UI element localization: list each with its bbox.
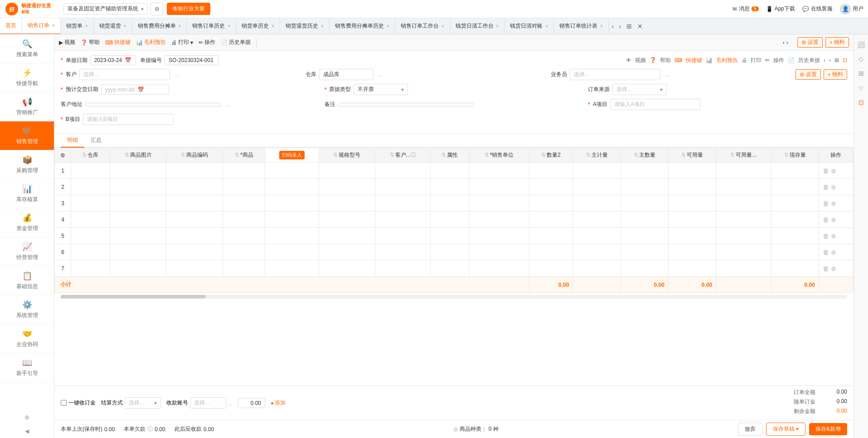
discard-button[interactable]: 放弃 — [738, 423, 762, 436]
row-3-delete-icon[interactable]: 🗑 — [823, 200, 829, 207]
row-4-unit[interactable] — [469, 212, 529, 228]
row-3-main-qty[interactable] — [621, 195, 668, 212]
horizontal-scrollbar[interactable] — [61, 295, 847, 298]
row-5-attribute[interactable] — [430, 228, 469, 244]
row-4-spec[interactable] — [319, 212, 375, 228]
right-icon-1[interactable]: ⬜ — [855, 38, 868, 51]
th-scan[interactable]: 扫码录入 — [265, 148, 319, 163]
row-2-main-qty[interactable] — [621, 179, 668, 195]
row-5-code[interactable] — [166, 228, 223, 244]
tab-order-history[interactable]: 销售订单历史 × — [187, 18, 236, 34]
row-7-spec[interactable] — [319, 260, 375, 277]
row-1-current[interactable] — [771, 163, 819, 179]
row-4-warehouse[interactable] — [71, 212, 110, 228]
sidebar-item-guide[interactable]: 📖 新手引导 — [0, 353, 54, 382]
receipt-no-select[interactable]: 选择... — [190, 397, 226, 409]
th-available[interactable]: ⇅可用量 — [668, 148, 716, 163]
row-2-spec[interactable] — [319, 179, 375, 195]
delivery-date-input[interactable]: yyyy-mm-dd 📅 — [101, 85, 169, 95]
tab-order-history-close[interactable]: × — [228, 24, 230, 29]
row-7-available[interactable] — [668, 260, 716, 277]
right-icon-5[interactable]: ⊡ — [855, 96, 868, 109]
tab-fee-history[interactable]: 销售费用分摊单历史 × — [330, 18, 395, 34]
history-button[interactable]: 📄 历史单据 — [221, 39, 251, 46]
th-warehouse[interactable]: ⇅仓库 — [71, 148, 110, 163]
th-current[interactable]: ⇅现存量 — [771, 148, 819, 163]
fullscreen-icon[interactable]: ⊡ — [843, 57, 847, 63]
row-1-unit[interactable] — [469, 163, 529, 179]
right-icon-3[interactable]: ⊞ — [855, 67, 868, 80]
tab-prev-button[interactable]: ‹ — [609, 18, 616, 34]
row-2-product[interactable] — [223, 179, 265, 195]
row-1-available2[interactable] — [716, 163, 771, 179]
row-7-attribute[interactable] — [430, 260, 469, 277]
row-6-unit[interactable] — [469, 244, 529, 260]
row-3-copy-icon[interactable]: ⊕ — [831, 200, 836, 207]
tab-goods-history[interactable]: 销货单历史 × — [236, 18, 280, 34]
row-7-warehouse[interactable] — [71, 260, 110, 277]
nav-next-button[interactable]: › — [786, 39, 788, 46]
row-6-attribute[interactable] — [430, 244, 469, 260]
row-6-delete-icon[interactable]: 🗑 — [823, 249, 829, 256]
row-2-available[interactable] — [668, 179, 716, 195]
row-2-qty2[interactable] — [529, 179, 573, 195]
row-1-warehouse[interactable] — [71, 163, 110, 179]
row-6-available[interactable] — [668, 244, 716, 260]
row-1-qty2[interactable] — [529, 163, 573, 179]
row-7-main-qty[interactable] — [621, 260, 668, 277]
row-3-customer-code[interactable] — [375, 195, 430, 212]
row-5-customer-code[interactable] — [375, 228, 430, 244]
row-6-current[interactable] — [771, 244, 819, 260]
save-new-button[interactable]: 保存&新增 — [809, 423, 847, 435]
row-5-copy-icon[interactable]: ⊕ — [831, 232, 836, 240]
row-4-delete-icon[interactable]: 🗑 — [823, 216, 829, 223]
sidebar-item-inventory[interactable]: 📊 库存核算 — [0, 179, 54, 208]
row-1-scan[interactable] — [265, 163, 319, 179]
customer-more-icon[interactable]: ... — [175, 72, 179, 78]
nav-left-icon[interactable]: ‹ — [824, 57, 825, 63]
row-7-current[interactable] — [771, 260, 819, 277]
row-5-available2[interactable] — [716, 228, 771, 244]
th-available2[interactable]: ⇅可用量... — [716, 148, 771, 163]
row-4-code[interactable] — [166, 212, 223, 228]
row-3-spec[interactable] — [319, 195, 375, 212]
tab-order-stats[interactable]: 销售订单统计表 × — [554, 18, 609, 34]
tab-sales-order[interactable]: 销售订单 × — [22, 18, 61, 34]
row-3-warehouse[interactable] — [71, 195, 110, 212]
row-6-copy-icon[interactable]: ⊕ — [831, 249, 836, 256]
message-button[interactable]: ✉ 消息 9 — [732, 5, 759, 13]
row-1-main-qty[interactable] — [621, 163, 668, 179]
right-icon-4[interactable]: ☆ — [855, 82, 868, 94]
settings-btn-2[interactable]: ⚙ 设置 — [795, 69, 821, 80]
add-payment-button[interactable]: ● 添加 — [271, 399, 286, 407]
a-project-input[interactable]: 请输入A项目 — [610, 99, 701, 110]
add-material-btn-2[interactable]: + 物料 — [824, 69, 847, 80]
row-2-customer-code[interactable] — [375, 179, 430, 195]
row-2-copy-icon[interactable]: ⊕ — [831, 183, 836, 191]
tab-daily-reconcile[interactable]: 钱货日清对账 × — [504, 18, 554, 34]
user-menu-button[interactable]: 👤 用户 — [840, 4, 863, 14]
tab-fee-history-close[interactable]: × — [387, 24, 389, 29]
tab-return-history[interactable]: 销货退货历史 × — [280, 18, 330, 34]
row-6-warehouse[interactable] — [71, 244, 110, 260]
row-7-scan[interactable] — [265, 260, 319, 277]
row-3-unit[interactable] — [469, 195, 529, 212]
th-main-unit[interactable]: ⇅主计量 — [573, 148, 621, 163]
row-2-unit[interactable] — [469, 179, 529, 195]
row-5-current[interactable] — [771, 228, 819, 244]
sidebar-item-operation[interactable]: 📈 经营管理 — [0, 237, 54, 266]
scrollbar-thumb[interactable] — [61, 295, 206, 298]
sidebar-item-marketing[interactable]: 📢 营销推广 — [0, 92, 54, 121]
order-source-select[interactable]: 选择... ▾ — [612, 84, 667, 95]
th-attribute[interactable]: ⇅属性 — [430, 148, 469, 163]
th-product-image[interactable]: ⇅商品图片 — [110, 148, 166, 163]
row-3-current[interactable] — [771, 195, 819, 212]
row-1-spec[interactable] — [319, 163, 375, 179]
grid-icon[interactable]: ⊞ — [834, 57, 839, 63]
tab-sales-return-close[interactable]: × — [124, 24, 126, 29]
tab-goods-history-close[interactable]: × — [272, 24, 274, 29]
bill-date-input[interactable]: 2023-03-24 📅 — [90, 55, 136, 65]
sidebar-collapse-button[interactable]: ◀ — [0, 424, 54, 438]
th-settings[interactable]: ⚙ — [55, 148, 71, 163]
th-spec[interactable]: ⇅规格型号 — [319, 148, 375, 163]
